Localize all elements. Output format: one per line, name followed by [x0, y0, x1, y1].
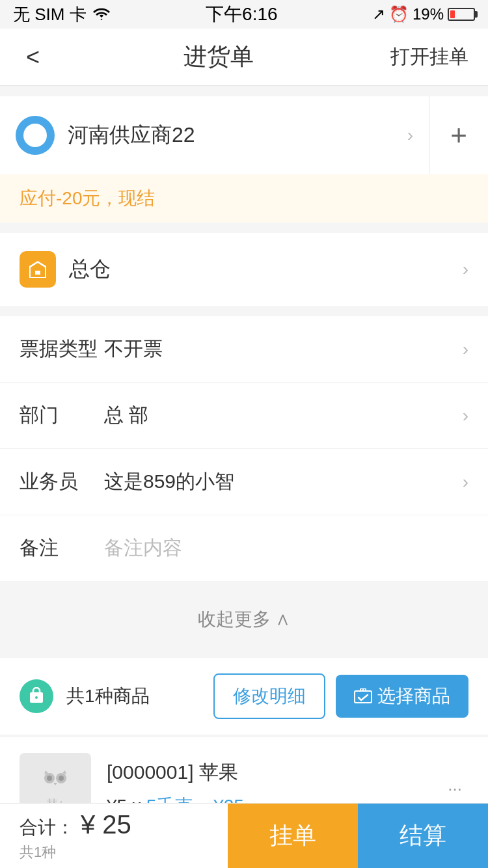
- total-count: 共1种: [20, 843, 131, 862]
- chevron-right-icon: ›: [407, 125, 413, 146]
- main-content: 河南供应商22 › + 应付-20元，现结 总仓 › 票据类型 不开票 › 部门…: [0, 86, 488, 868]
- total-amount: ¥ 25: [81, 810, 131, 839]
- select-product-label: 选择商品: [377, 684, 450, 709]
- dept-label: 部门: [20, 402, 104, 429]
- invoice-row[interactable]: 票据类型 不开票 ›: [0, 316, 488, 383]
- edit-detail-button[interactable]: 修改明细: [213, 673, 325, 719]
- product-header: 共1种商品 修改明细 选择商品: [0, 658, 488, 735]
- invoice-label: 票据类型: [20, 336, 104, 362]
- settle-button[interactable]: 结算: [358, 804, 488, 868]
- supplier-name: 河南供应商22: [68, 121, 407, 150]
- dept-row[interactable]: 部门 总 部 ›: [0, 383, 488, 449]
- bottom-total: 合计： ¥ 25 共1种: [0, 804, 228, 868]
- product-id: [0000001]: [107, 761, 199, 783]
- svg-point-6: [59, 776, 64, 781]
- alarm-icon: ⏰: [389, 5, 409, 23]
- svg-point-5: [47, 776, 52, 781]
- add-supplier-button[interactable]: +: [429, 96, 488, 174]
- remark-row[interactable]: 备注 备注内容: [0, 515, 488, 581]
- sales-row[interactable]: 业务员 这是859的小智 ›: [0, 449, 488, 515]
- warehouse-row[interactable]: 总仓 ›: [0, 233, 488, 306]
- carrier-label: 无 SIM 卡: [13, 3, 87, 26]
- svg-rect-2: [355, 691, 372, 703]
- svg-point-1: [35, 696, 38, 699]
- wifi-icon: [92, 5, 111, 25]
- invoice-value: 不开票: [104, 336, 463, 362]
- notice-bar: 应付-20元，现结: [0, 174, 488, 223]
- battery-percent: 19%: [413, 5, 444, 23]
- supplier-avatar: [16, 116, 55, 155]
- battery-icon: [448, 8, 475, 21]
- product-more-button[interactable]: ···: [441, 772, 468, 806]
- page-title: 进货单: [183, 41, 254, 73]
- hang-button[interactable]: 挂单: [228, 804, 358, 868]
- status-right: ↗ ⏰ 19%: [372, 5, 475, 23]
- bottom-bar: 合计： ¥ 25 共1种 挂单 结算: [0, 803, 488, 868]
- open-hang-button[interactable]: 打开挂单: [390, 44, 468, 70]
- collapse-button[interactable]: 收起更多 ∧: [0, 591, 488, 647]
- status-left: 无 SIM 卡: [13, 3, 111, 26]
- sales-label: 业务员: [20, 468, 104, 495]
- nav-bar: < 进货单 打开挂单: [0, 29, 488, 86]
- form-section: 票据类型 不开票 › 部门 总 部 › 业务员 这是859的小智 › 备注 备注…: [0, 316, 488, 581]
- status-bar: 无 SIM 卡 下午6:16 ↗ ⏰ 19%: [0, 0, 488, 29]
- chevron-right-icon: ›: [463, 259, 468, 280]
- select-product-button[interactable]: 选择商品: [336, 675, 468, 718]
- remark-input[interactable]: 备注内容: [104, 535, 468, 562]
- chevron-right-icon: ›: [463, 472, 468, 493]
- product-count-text: 共1种商品: [66, 684, 213, 709]
- sales-value: 这是859的小智: [104, 468, 463, 495]
- back-button[interactable]: <: [20, 37, 46, 77]
- product-name: [0000001] 苹果: [107, 759, 441, 786]
- dept-value: 总 部: [104, 402, 463, 429]
- chevron-right-icon: ›: [463, 405, 468, 426]
- chevron-right-icon: ›: [463, 339, 468, 360]
- total-label: 合计：: [20, 815, 74, 840]
- supplier-selector[interactable]: 河南供应商22 ›: [0, 96, 429, 174]
- warehouse-icon: [20, 251, 56, 288]
- product-title: 苹果: [199, 761, 238, 783]
- warehouse-name: 总仓: [69, 255, 463, 284]
- remark-label: 备注: [20, 535, 104, 562]
- product-count-icon: [20, 679, 53, 713]
- notice-text: 应付-20元，现结: [20, 188, 155, 208]
- status-time: 下午6:16: [206, 2, 278, 27]
- location-icon: ↗: [372, 5, 385, 23]
- total-info: 合计： ¥ 25 共1种: [20, 810, 131, 862]
- supplier-section: 河南供应商22 › +: [0, 96, 488, 174]
